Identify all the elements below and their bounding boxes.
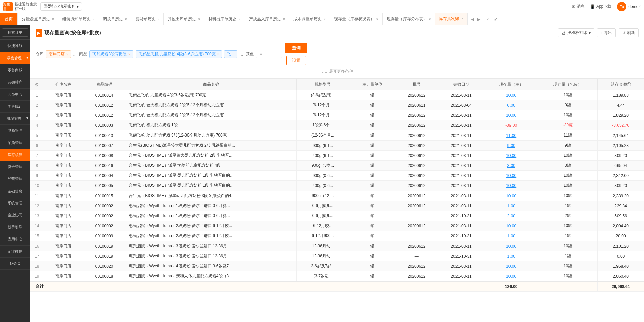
- sidebar-item-basics[interactable]: 基础信息: [0, 185, 30, 197]
- goods-tag-1[interactable]: 飞鹤奶粉3段两提装 ×: [89, 50, 133, 58]
- close-icon[interactable]: ×: [198, 17, 200, 21]
- row-qty-main[interactable]: 3.00: [485, 161, 538, 171]
- tab-9[interactable]: 现存量（库存状况表） ×: [330, 13, 383, 25]
- close-icon[interactable]: ×: [324, 17, 326, 21]
- sidebar-item-retail-mgmt[interactable]: 零售管理 ▾: [0, 52, 30, 64]
- row-no: 3: [30, 110, 44, 120]
- store-selector[interactable]: 母婴行业演示账套 ▾: [40, 2, 82, 11]
- tab-10[interactable]: 现存量（库存分布表） ×: [383, 13, 435, 25]
- sidebar-item-retail-stats[interactable]: 零售统计: [0, 101, 30, 113]
- tab-11-active[interactable]: 库存批次账 ×: [435, 13, 468, 25]
- tab-home[interactable]: 首页: [0, 13, 18, 25]
- tab-3[interactable]: 调拨单历史 ×: [99, 13, 131, 25]
- sidebar-item-app-center[interactable]: 应用中心: [0, 233, 30, 246]
- remove-goods2-icon[interactable]: ×: [217, 52, 219, 56]
- user-area[interactable]: Ea demo2: [617, 2, 641, 11]
- close-all-btn[interactable]: ×: [484, 17, 491, 22]
- row-qty-main[interactable]: 10.00: [485, 271, 538, 282]
- th-settings[interactable]: ⚙: [30, 79, 44, 90]
- goods-more[interactable]: ...: [239, 52, 243, 57]
- row-qty-main[interactable]: 1.00: [485, 251, 538, 261]
- sidebar-menu: 零售管理 ▾ 零售商城 营销推广 会员中心 零售统计 批发管理 ▾ 电商管理 采…: [0, 52, 30, 322]
- sidebar-item-member2[interactable]: 畅会员: [0, 258, 30, 270]
- chevron-down-icon: ▾: [260, 52, 262, 57]
- row-qty-main[interactable]: 10.00: [485, 171, 538, 181]
- print-btn[interactable]: 🖨 按模板打印 ▾: [558, 28, 594, 37]
- close-icon[interactable]: ×: [461, 17, 463, 21]
- close-icon[interactable]: ×: [429, 17, 431, 21]
- sidebar-item-guide[interactable]: 新手引导: [0, 221, 30, 233]
- remove-warehouse-icon[interactable]: ×: [66, 52, 68, 56]
- row-spec: 900g（12-...: [297, 191, 349, 201]
- sidebar-item-member[interactable]: 会员中心: [0, 89, 30, 101]
- row-qty-main[interactable]: -39.00: [485, 120, 538, 130]
- row-spec: 400g (6-1...: [297, 151, 349, 161]
- row-qty-main[interactable]: 11.00: [485, 130, 538, 141]
- topbar-right: ✉ 消息 📱 App下载 Ea demo2: [572, 2, 641, 11]
- sidebar-item-retail-mall[interactable]: 零售商城: [0, 64, 30, 76]
- tab-8[interactable]: 成本调整单历史 ×: [289, 13, 330, 25]
- row-qty-main[interactable]: 10.00: [485, 221, 538, 231]
- table-row: 6 南岸门店 00100007 合生元(BIOSTIME)派星较大婴儿配方奶粉 …: [30, 141, 644, 151]
- row-qty-main[interactable]: 1.00: [485, 201, 538, 211]
- row-qty-main[interactable]: 10.00: [485, 181, 538, 191]
- row-qty-main[interactable]: 10.00: [485, 261, 538, 271]
- row-qty-main[interactable]: 10.00: [485, 191, 538, 201]
- row-warehouse: 南岸门店: [44, 201, 83, 211]
- app-download-btn[interactable]: 📱 App下载: [590, 4, 611, 9]
- row-qty-main[interactable]: 10.00: [485, 110, 538, 120]
- close-icon[interactable]: ×: [52, 17, 54, 21]
- row-qty-main[interactable]: 1.00: [485, 231, 538, 241]
- query-btn[interactable]: 查询: [285, 43, 307, 53]
- tab-1[interactable]: 分量盘点单历史 ×: [18, 13, 58, 25]
- sidebar-item-system[interactable]: 系统管理: [0, 197, 30, 209]
- close-icon[interactable]: ×: [93, 17, 95, 21]
- sidebar-item-marketing[interactable]: 营销推广: [0, 76, 30, 89]
- expand-conditions[interactable]: ⌄⌄ 展开更多条件: [318, 67, 356, 76]
- close-icon[interactable]: ×: [158, 17, 160, 21]
- tab-7[interactable]: 产成品入库单历史 ×: [245, 13, 289, 25]
- search-menu-btn[interactable]: 搜索菜单: [2, 28, 28, 37]
- row-expire: 2021-03-11: [438, 241, 485, 251]
- row-qty-main[interactable]: 2.00: [485, 211, 538, 221]
- nav-next-icon[interactable]: ▶: [476, 16, 482, 22]
- row-expire: 2021-03-11: [438, 141, 485, 151]
- close-icon[interactable]: ×: [376, 17, 378, 21]
- sidebar-item-ecommerce[interactable]: 电商管理: [0, 125, 30, 137]
- goods-tag-2[interactable]: 飞鹤星飞帆 儿童奶粉 4段(3-6岁适用) 700克 ×: [136, 50, 222, 58]
- settings-btn[interactable]: 设置: [286, 56, 306, 65]
- tab-2[interactable]: 组装拆卸单历史 ×: [58, 13, 99, 25]
- sidebar-item-wholesale[interactable]: 批发管理 ▾: [0, 113, 30, 125]
- row-qty-main[interactable]: 0.00: [485, 100, 538, 110]
- tab-5[interactable]: 其他出库单历史 ×: [164, 13, 204, 25]
- goods-tag-more[interactable]: 飞...: [224, 50, 237, 58]
- sidebar-item-operations[interactable]: 经营管理: [0, 173, 30, 185]
- row-qty-pkg: 10罐: [538, 271, 598, 282]
- tab-4[interactable]: 要货单历史 ×: [131, 13, 164, 25]
- quick-nav-btn[interactable]: 快捷导航: [0, 42, 30, 50]
- row-qty-main[interactable]: 9.00: [485, 141, 538, 151]
- refresh-btn[interactable]: ↺ 刷新: [619, 28, 639, 37]
- sidebar-item-purchase[interactable]: 采购管理: [0, 137, 30, 149]
- nav-prev-icon[interactable]: ◀: [470, 16, 475, 22]
- th-spec: 规格型号: [297, 79, 349, 90]
- warehouse-tag[interactable]: 南岸门店 ×: [46, 50, 71, 58]
- remove-goods1-icon[interactable]: ×: [128, 52, 130, 56]
- row-qty-main[interactable]: 10.00: [485, 241, 538, 251]
- sidebar-item-wechat[interactable]: 企业微信: [0, 246, 30, 258]
- message-btn[interactable]: ✉ 消息: [572, 4, 585, 9]
- maximize-icon[interactable]: ⤢: [491, 17, 500, 22]
- tab-6[interactable]: 材料出库单历史 ×: [204, 13, 245, 25]
- sidebar-item-finance[interactable]: 资金管理: [0, 161, 30, 173]
- export-btn[interactable]: ↓ 导出: [597, 28, 616, 37]
- color-dropdown[interactable]: ▾: [256, 51, 282, 58]
- expand-btn[interactable]: ▶: [36, 29, 42, 37]
- warehouse-more[interactable]: ...: [73, 52, 76, 57]
- close-icon[interactable]: ×: [238, 17, 240, 21]
- close-icon[interactable]: ×: [283, 17, 285, 21]
- row-qty-main[interactable]: 10.00: [485, 90, 538, 100]
- row-qty-main[interactable]: 10.00: [485, 151, 538, 161]
- sidebar-item-enterprise[interactable]: 企业协同: [0, 209, 30, 221]
- close-icon[interactable]: ×: [125, 17, 127, 21]
- sidebar-item-inventory[interactable]: 库存核算: [0, 149, 30, 161]
